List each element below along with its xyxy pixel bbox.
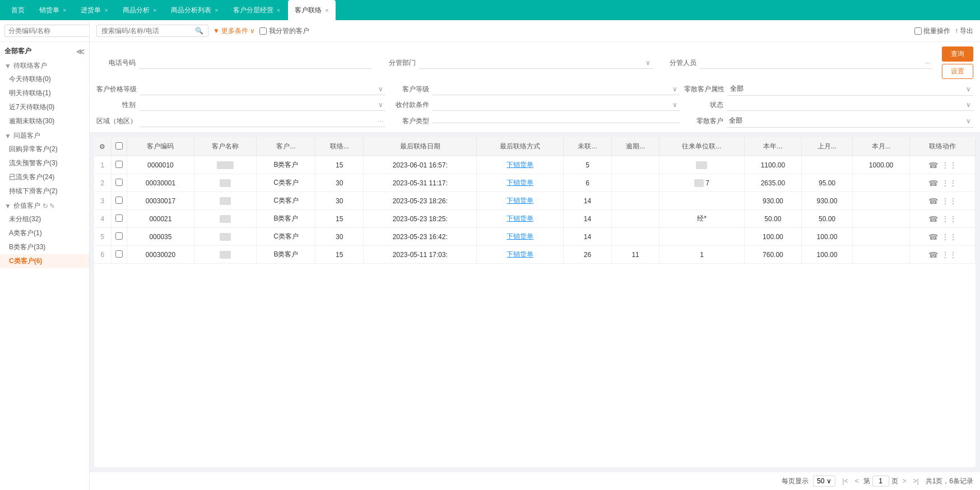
sidebar-item-churned[interactable]: 已流失客户(24) <box>0 170 89 184</box>
contact-way-link[interactable]: 下销货单 <box>507 179 533 186</box>
filter-manager-select[interactable]: ··· <box>700 57 933 69</box>
row-name[interactable] <box>194 228 257 246</box>
settings-button[interactable]: 设置 <box>942 64 973 79</box>
action-phone-icon[interactable]: ☎ <box>928 250 938 259</box>
prev-page-btn[interactable]: < <box>852 476 861 486</box>
action-more-icon[interactable]: ⋮⋮ <box>941 214 957 223</box>
nav-close-customer-segment[interactable]: × <box>277 7 280 13</box>
row-checkbox[interactable] <box>115 179 123 186</box>
sidebar-item-churn-warning[interactable]: 流失预警客户(3) <box>0 156 89 170</box>
manager-dots-icon[interactable]: ··· <box>925 59 931 67</box>
export-btn[interactable]: ↑ 导出 <box>955 26 973 36</box>
sidebar-item-class-c[interactable]: C类客户(6) <box>0 254 89 268</box>
row-last-date: 2023-05-11 17:03: <box>364 246 477 264</box>
filter-dept-select[interactable]: ∨ <box>419 57 652 69</box>
filter-status-select[interactable]: ∨ <box>727 99 973 111</box>
row-name[interactable] <box>194 210 257 228</box>
action-more-icon[interactable]: ⋮⋮ <box>941 197 957 206</box>
row-checkbox[interactable] <box>115 214 123 222</box>
toolbar-search-icon[interactable]: 🔍 <box>195 27 203 35</box>
my-customers-check[interactable] <box>259 27 267 35</box>
action-phone-icon[interactable]: ☎ <box>928 197 938 206</box>
filter-retail-attr-select[interactable]: 全部 ∨ <box>728 82 973 96</box>
row-last-way[interactable]: 下销货单 <box>477 156 564 174</box>
sidebar-item-repurchase-anomaly[interactable]: 回购异常客户(2) <box>0 142 89 156</box>
sidebar-item-7days[interactable]: 近7天待联络(0) <box>0 100 89 114</box>
contact-way-link[interactable]: 下销货单 <box>507 232 533 240</box>
sidebar-item-ungrouped[interactable]: 未分组(32) <box>0 212 89 226</box>
next-page-btn[interactable]: > <box>900 476 909 486</box>
filter-phone-input[interactable] <box>139 57 372 69</box>
sidebar-all-customers[interactable]: 全部客户 ≪ <box>0 42 89 58</box>
row-last-way[interactable]: 下销货单 <box>477 228 564 246</box>
per-page-select[interactable]: 50 ∨ <box>813 475 835 487</box>
row-checkbox[interactable] <box>115 232 123 240</box>
row-last-way[interactable]: 下销货单 <box>477 174 564 192</box>
nav-close-purchase[interactable]: × <box>104 7 108 13</box>
contact-way-link[interactable]: 下销货单 <box>507 197 533 204</box>
filter-price-level-select[interactable]: ∨ <box>140 83 386 95</box>
page-input[interactable] <box>872 475 889 487</box>
filter-gender-select[interactable]: ∨ <box>139 99 386 111</box>
nav-product-analysis-list[interactable]: 商品分析列表 × <box>164 0 225 20</box>
action-more-icon[interactable]: ⋮⋮ <box>941 232 957 241</box>
batch-operation-btn[interactable]: 批量操作 <box>914 26 950 36</box>
row-overdue <box>611 210 659 228</box>
row-last-way[interactable]: 下销货单 <box>477 246 564 264</box>
filter-retail-customer-select[interactable]: 全部 ∨ <box>727 114 973 128</box>
filter-level-select[interactable]: ∨ <box>433 83 679 95</box>
filter-region-select[interactable]: ··· <box>140 115 386 127</box>
sidebar-item-class-a[interactable]: A类客户(1) <box>0 226 89 240</box>
action-more-icon[interactable]: ⋮⋮ <box>941 161 957 170</box>
nav-close-sales[interactable]: × <box>63 7 66 13</box>
sidebar-group-value[interactable]: ▼ 价值客户 ↻ ✎ <box>0 198 89 212</box>
more-conditions-btn[interactable]: ▼ 更多条件 ∨ <box>213 26 255 36</box>
action-phone-icon[interactable]: ☎ <box>928 161 938 170</box>
row-last-way[interactable]: 下销货单 <box>477 210 564 228</box>
sidebar-item-declining[interactable]: 持续下滑客户(2) <box>0 184 89 198</box>
query-button[interactable]: 查询 <box>942 46 973 62</box>
sidebar-item-class-b[interactable]: B类客户(33) <box>0 240 89 254</box>
toolbar-search-input[interactable] <box>101 27 193 35</box>
sidebar-group-pending[interactable]: ▼ 待联络客户 <box>0 58 89 72</box>
nav-product-analysis[interactable]: 商品分析 × <box>116 0 163 20</box>
nav-customer-segment[interactable]: 客户分层经营 × <box>226 0 287 20</box>
row-code: 000021 <box>127 210 194 228</box>
sidebar-group-problem[interactable]: ▼ 问题客户 <box>0 128 89 142</box>
row-name[interactable]: 12 <box>194 156 257 174</box>
sidebar-item-tomorrow[interactable]: 明天待联络(1) <box>0 86 89 100</box>
sidebar-search-input[interactable] <box>4 25 90 37</box>
row-name[interactable] <box>194 246 257 264</box>
sidebar-item-today[interactable]: 今天待联络(0) <box>0 72 89 86</box>
row-checkbox[interactable] <box>115 161 123 168</box>
action-more-icon[interactable]: ⋮⋮ <box>941 179 957 188</box>
last-page-btn[interactable]: >| <box>911 476 921 486</box>
nav-customer-contact[interactable]: 客户联络 × <box>288 0 335 20</box>
nav-close-customer-contact[interactable]: × <box>325 7 328 13</box>
nav-close-product-list[interactable]: × <box>215 7 218 13</box>
row-name[interactable] <box>194 192 257 210</box>
nav-close-product-analysis[interactable]: × <box>153 7 156 13</box>
batch-check[interactable] <box>914 27 922 35</box>
row-name[interactable] <box>194 174 257 192</box>
action-phone-icon[interactable]: ☎ <box>928 179 938 188</box>
sidebar-item-overdue[interactable]: 逾期未联络(30) <box>0 114 89 128</box>
nav-home[interactable]: 首页 <box>4 0 31 20</box>
first-page-btn[interactable]: |< <box>840 476 850 486</box>
select-all-checkbox[interactable] <box>115 142 123 150</box>
nav-sales-order[interactable]: 销货单 × <box>32 0 73 20</box>
filter-payment-select[interactable]: ∨ <box>433 99 679 111</box>
contact-way-link[interactable]: 下销货单 <box>507 250 533 258</box>
contact-way-link[interactable]: 下销货单 <box>507 214 533 222</box>
action-more-icon[interactable]: ⋮⋮ <box>941 250 957 259</box>
my-customers-checkbox[interactable]: 我分管的客户 <box>259 26 309 36</box>
filter-customer-type-select[interactable] <box>433 119 679 123</box>
action-phone-icon[interactable]: ☎ <box>928 214 938 223</box>
contact-way-link[interactable]: 下销货单 <box>507 161 533 169</box>
row-checkbox[interactable] <box>115 250 123 258</box>
action-phone-icon[interactable]: ☎ <box>928 232 938 241</box>
row-last-way[interactable]: 下销货单 <box>477 192 564 210</box>
row-checkbox[interactable] <box>115 197 123 204</box>
region-dots-icon[interactable]: ··· <box>378 117 383 125</box>
nav-purchase-order[interactable]: 进货单 × <box>74 0 114 20</box>
